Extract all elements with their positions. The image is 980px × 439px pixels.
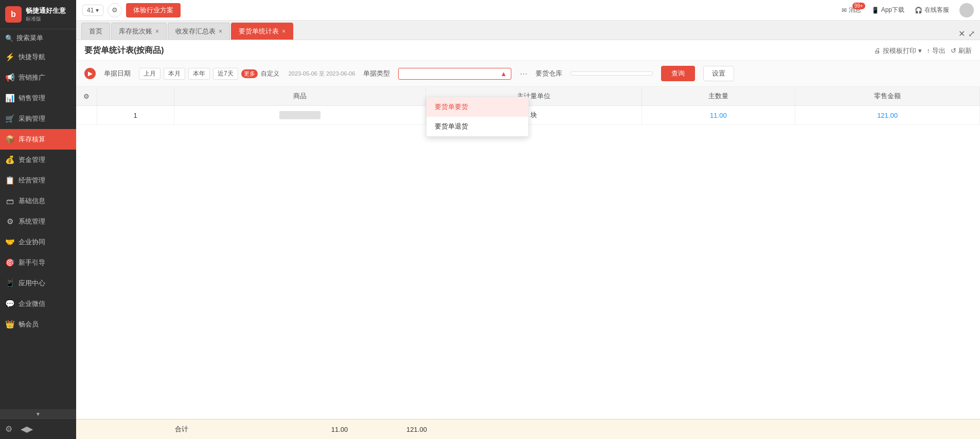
sidebar-bottom: ⚙ ◀▶ (0, 418, 76, 439)
finance-icon: 💰 (5, 155, 14, 164)
chevron-down-icon: ▾ (96, 7, 99, 14)
table-header-amount: 零售金额 (795, 87, 980, 106)
sidebar-settings-icon[interactable]: ⚙ (5, 424, 12, 434)
sidebar-item-basic[interactable]: 🗃 基础信息 (0, 191, 76, 211)
messages-item[interactable]: ✉ 消息 99+ (842, 6, 861, 14)
message-icon: ✉ (842, 7, 847, 14)
type-filter-select[interactable]: ▲ (398, 68, 511, 80)
date-filter-label: 单据日期 (104, 69, 131, 78)
print-button[interactable]: 🖨 按模板打印 ▾ (874, 46, 922, 56)
date-this-month[interactable]: 本月 (164, 68, 185, 80)
logo-icon: b (5, 6, 22, 23)
header-right: ✉ 消息 99+ 📱 App下载 🎧 在线客服 (842, 3, 974, 17)
tab-close-all-button[interactable]: ✕ (958, 29, 965, 39)
tab-inventory-batch[interactable]: 库存批次账 × (111, 23, 167, 40)
sidebar-search[interactable]: 🔍 搜索菜单 (0, 29, 76, 47)
appcenter-icon: 📱 (5, 279, 14, 288)
tab-order-stats[interactable]: 要货单统计表 × (231, 23, 293, 40)
qty-link[interactable]: 11.00 (710, 112, 727, 119)
date-this-year[interactable]: 本年 (188, 68, 210, 80)
marketing-icon: 📢 (5, 73, 14, 82)
sidebar-item-system[interactable]: ⚙ 系统管理 (0, 211, 76, 232)
logo-text: 畅捷通好生意 标准版 (26, 6, 66, 23)
inventory-icon: 📦 (5, 135, 14, 144)
tab-close-recv-summary[interactable]: × (219, 28, 222, 35)
sidebar-nav: ⚡ 快捷导航 📢 营销推广 📊 销售管理 🛒 采购管理 📦 库存核算 💰 资金管… (0, 47, 76, 409)
user-avatar[interactable] (959, 3, 974, 17)
row-index-cell: 1 (97, 106, 174, 125)
table-footer: 合计 11.00 121.00 (76, 419, 980, 439)
filter-more-icon[interactable]: ··· (520, 68, 527, 79)
type-dropdown-menu: 要货单要货 要货单退货 (426, 97, 529, 137)
store-selector[interactable]: 41 ▾ (82, 5, 103, 16)
refresh-button[interactable]: ↺ 刷新 (951, 46, 972, 56)
date-shortcuts: 上月 本月 本年 近7天 更多 自定义 (139, 68, 279, 80)
row-product-cell (174, 106, 425, 125)
refresh-icon: ↺ (951, 47, 956, 54)
sidebar-item-inventory[interactable]: 📦 库存核算 (0, 129, 76, 150)
table-header-product: 商品 (174, 87, 425, 106)
basic-icon: 🗃 (5, 196, 14, 206)
sidebar: b 畅捷通好生意 标准版 🔍 搜索菜单 ⚡ 快捷导航 📢 营销推广 📊 销售管理… (0, 0, 76, 439)
date-range-display: 2023-05-06 至 2023-06-06 (289, 70, 355, 78)
query-button[interactable]: 查询 (661, 66, 695, 81)
sidebar-collapse-icon[interactable]: ◀▶ (21, 424, 33, 434)
date-last-7days[interactable]: 近7天 (213, 68, 238, 80)
tab-expand-button[interactable]: ⤢ (968, 29, 975, 39)
search-icon: 🔍 (5, 34, 13, 42)
date-last-month[interactable]: 上月 (139, 68, 161, 80)
system-icon: ⚙ (5, 217, 14, 226)
sidebar-item-finance[interactable]: 💰 资金管理 (0, 150, 76, 170)
page-content: 要货单统计表(按商品) 🖨 按模板打印 ▾ ↑ 导出 ↺ 刷新 ▶ (76, 40, 980, 439)
tab-home[interactable]: 首页 (81, 23, 110, 40)
filter-bar: ▶ 单据日期 上月 本月 本年 近7天 更多 自定义 2023-05-06 至 … (76, 61, 980, 87)
tab-close-order-stats[interactable]: × (282, 28, 286, 35)
date-custom-btn[interactable]: 自定义 (261, 69, 279, 78)
warehouse-filter-label: 要货仓库 (536, 69, 562, 78)
print-chevron-icon: ▾ (918, 47, 922, 54)
date-more-badge[interactable]: 更多 (241, 69, 258, 78)
type-filter-arrow-up[interactable]: ▲ (500, 70, 507, 78)
sidebar-item-operations[interactable]: 📋 经营管理 (0, 170, 76, 191)
sidebar-item-sales[interactable]: 📊 销售管理 (0, 88, 76, 108)
sidebar-item-guide[interactable]: 🎯 新手引导 (0, 252, 76, 273)
amount-link[interactable]: 121.00 (877, 112, 898, 119)
sidebar-item-purchase[interactable]: 🛒 采购管理 (0, 108, 76, 129)
sidebar-item-wechat[interactable]: 💬 企业微信 (0, 294, 76, 314)
tab-recv-summary[interactable]: 收发存汇总表 × (168, 23, 230, 40)
enterprise-icon: 🤝 (5, 237, 14, 247)
sidebar-item-quick-nav[interactable]: ⚡ 快捷导航 (0, 47, 76, 67)
sales-icon: 📊 (5, 94, 14, 103)
dropdown-item-1[interactable]: 要货单退货 (426, 117, 528, 136)
dropdown-item-0[interactable]: 要货单要货 (426, 97, 528, 117)
trial-button[interactable]: 体验行业方案 (126, 3, 181, 17)
page-actions: 🖨 按模板打印 ▾ ↑ 导出 ↺ 刷新 (874, 46, 972, 56)
type-filter-label: 单据类型 (363, 69, 390, 78)
filter-settings-button[interactable]: 设置 (703, 66, 734, 81)
sidebar-item-marketing[interactable]: 📢 营销推广 (0, 67, 76, 88)
wechat-icon: 💬 (5, 299, 14, 308)
product-name-blurred (279, 111, 320, 119)
warehouse-filter-select[interactable] (571, 71, 653, 76)
online-service-item[interactable]: 🎧 在线客服 (915, 6, 949, 14)
header-settings-icon[interactable]: ⚙ (108, 3, 122, 17)
export-icon: ↑ (927, 47, 931, 54)
download-icon: 📱 (871, 7, 879, 14)
operations-icon: 📋 (5, 176, 14, 185)
sidebar-item-vip[interactable]: 👑 畅会员 (0, 314, 76, 335)
tab-close-inventory-batch[interactable]: × (155, 28, 159, 35)
sidebar-logo: b 畅捷通好生意 标准版 (0, 0, 76, 29)
app-download-item[interactable]: 📱 App下载 (871, 6, 904, 14)
sidebar-item-enterprise[interactable]: 🤝 企业协同 (0, 232, 76, 252)
row-settings-cell (76, 106, 97, 125)
expand-filter-button[interactable]: ▶ (84, 68, 96, 79)
purchase-icon: 🛒 (5, 114, 14, 123)
tab-actions: ✕ ⤢ (958, 29, 975, 40)
table-header-index (97, 87, 174, 106)
type-filter-input[interactable] (403, 70, 498, 78)
sidebar-scroll-down[interactable]: ▼ (0, 409, 76, 418)
table-header-settings[interactable]: ⚙ (76, 87, 97, 106)
export-button[interactable]: ↑ 导出 (927, 46, 946, 56)
footer-label: 合计 (175, 425, 288, 434)
sidebar-item-appcenter[interactable]: 📱 应用中心 (0, 273, 76, 294)
